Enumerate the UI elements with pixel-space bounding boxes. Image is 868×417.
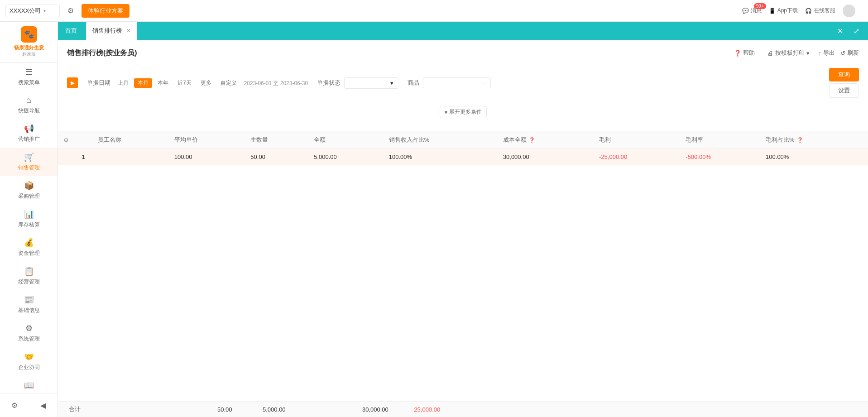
avatar[interactable] xyxy=(843,5,855,17)
date-tab-7days[interactable]: 近7天 xyxy=(174,78,195,88)
sidebar-item-3[interactable]: 🛒销售管理 xyxy=(0,148,58,176)
sidebar-item-5[interactable]: 📊库存核算 xyxy=(0,205,58,233)
col-employee: 员工名称 xyxy=(92,131,169,149)
logo-icon: 🐾 xyxy=(21,26,37,43)
profit-pct-help-icon[interactable]: ❓ xyxy=(797,137,803,143)
table-container: ⚙ 员工名称 平均单价 主数量 全额 销售收入占比% 成本全额 ❓ 毛利 xyxy=(58,131,868,401)
sidebar-nav: ☰搜索菜单⌂快捷导航📢营销推广🛒销售管理📦采购管理📊库存核算💰资金管理📋经营管理… xyxy=(0,62,58,393)
date-filter: 单据日期 上月 本月 本年 近7天 更多 自定义 2023-06-01 至 20… xyxy=(87,78,308,88)
sidebar-item-6[interactable]: 💰资金管理 xyxy=(0,233,58,262)
goods-input[interactable]: ··· xyxy=(423,77,491,88)
sidebar-item-8[interactable]: 📰基础信息 xyxy=(0,290,58,319)
sidebar-item-11[interactable]: 📖新手引导 xyxy=(0,376,58,393)
sidebar-icon-8: 📰 xyxy=(24,295,34,305)
query-button[interactable]: 查询 xyxy=(829,68,859,81)
main-area: 🐾 畅康通好生意 标准版 ☰搜索菜单⌂快捷导航📢营销推广🛒销售管理📦采购管理📊库… xyxy=(0,22,868,417)
filter-row: ▶ 单据日期 上月 本月 本年 近7天 更多 自定义 xyxy=(67,68,859,98)
col-settings[interactable]: ⚙ xyxy=(58,131,74,149)
sidebar-icon-6: 💰 xyxy=(24,238,34,248)
col-cost: 成本全额 ❓ xyxy=(498,131,594,149)
edition-label: 标准版 xyxy=(14,51,44,58)
logo-area: 🐾 畅康通好生意 标准版 xyxy=(0,22,58,62)
sidebar-item-1[interactable]: ⌂快捷导航 xyxy=(0,91,58,119)
tab-home[interactable]: 首页 xyxy=(58,22,84,40)
footer-cost: 30,000.00 xyxy=(362,406,403,413)
row-employee-0 xyxy=(92,149,169,165)
data-table: ⚙ 员工名称 平均单价 主数量 全额 销售收入占比% 成本全额 ❓ 毛利 xyxy=(58,131,868,165)
export-icon: ↑ xyxy=(819,50,822,57)
status-value xyxy=(349,80,388,86)
company-selector[interactable]: XXXXX公司 ▾ xyxy=(5,5,60,17)
date-tab-last-month[interactable]: 上月 xyxy=(114,78,132,88)
sidebar-item-4[interactable]: 📦采购管理 xyxy=(0,176,58,205)
table-row: 1 100.00 50.00 5,000.00 100.00% 30,000.0… xyxy=(58,149,868,165)
sidebar-icon-3: 🛒 xyxy=(24,152,34,162)
row-cost-0: 30,000.00 xyxy=(498,149,594,165)
col-total: 全额 xyxy=(308,131,384,149)
sidebar-item-0[interactable]: ☰搜索菜单 xyxy=(0,62,58,91)
page-title: 销售排行榜(按业务员) xyxy=(67,48,137,58)
date-filter-label: 单据日期 xyxy=(87,79,110,87)
maximize-icon[interactable]: ⤢ xyxy=(850,24,863,37)
page-inner: 销售排行榜(按业务员) ❓ 帮助 🖨 按模板打印 ▾ xyxy=(58,40,868,417)
phone-icon: 📱 xyxy=(769,8,776,14)
sidebar-item-2[interactable]: 📢营销推广 xyxy=(0,119,58,148)
filter-collapse-button[interactable]: ▶ xyxy=(67,77,78,88)
date-tab-more[interactable]: 更多 xyxy=(197,78,215,88)
app-download-button[interactable]: 📱 App下载 xyxy=(769,7,798,14)
collapse-icon[interactable]: ◀ xyxy=(36,398,50,412)
expand-conditions-button[interactable]: ▾ 展开更多条件 xyxy=(440,106,487,118)
row-settings-0 xyxy=(58,149,74,165)
status-select[interactable]: ▾ xyxy=(344,77,398,89)
page-content: 销售排行榜(按业务员) ❓ 帮助 🖨 按模板打印 ▾ xyxy=(58,40,868,417)
top-bar-right: 💬 消息 99+ 📱 App下载 🎧 在线客服 xyxy=(742,5,863,17)
status-filter-label: 单据状态 xyxy=(317,79,340,87)
sidebar-icon-10: 🤝 xyxy=(24,352,34,362)
print-button[interactable]: 🖨 按模板打印 ▾ xyxy=(764,47,813,59)
message-badge: 99+ xyxy=(754,3,766,9)
sidebar-icon-4: 📦 xyxy=(24,181,34,191)
top-bar: XXXXX公司 ▾ ⚙ 体验行业方案 💬 消息 99+ 📱 App下载 🎧 在线… xyxy=(0,0,868,22)
headset-icon: 🎧 xyxy=(805,8,812,14)
goods-value xyxy=(428,80,480,86)
sidebar-item-7[interactable]: 📋经营管理 xyxy=(0,262,58,290)
refresh-button[interactable]: ↺ 刷新 xyxy=(840,49,859,57)
settings-bottom-icon[interactable]: ⚙ xyxy=(7,398,22,412)
sidebar-item-10[interactable]: 🤝企业协同 xyxy=(0,347,58,376)
page-actions: ❓ 帮助 🖨 按模板打印 ▾ ↑ 导出 xyxy=(730,47,859,59)
filter-settings-button[interactable]: 设置 xyxy=(829,83,859,98)
goods-filter: 商品 ··· xyxy=(408,77,491,88)
filter-right-buttons: 查询 设置 xyxy=(829,68,859,98)
expand-row: ▾ 展开更多条件 xyxy=(67,98,859,126)
sidebar-item-9[interactable]: ⚙系统管理 xyxy=(0,319,58,347)
content-area: 首页 销售排行榜 ✕ ✕ ⤢ 销售排行榜(按业务员) xyxy=(58,22,868,417)
online-service-button[interactable]: 🎧 在线客服 xyxy=(805,7,835,14)
row-total-0: 5,000.00 xyxy=(308,149,384,165)
row-profit-pct-0: 100.00% xyxy=(760,149,868,165)
sidebar-icon-7: 📋 xyxy=(24,266,34,276)
export-button[interactable]: ↑ 导出 xyxy=(819,49,835,57)
filter-section: ▶ 单据日期 上月 本月 本年 近7天 更多 自定义 xyxy=(58,63,868,131)
tab-sales-rank[interactable]: 销售排行榜 ✕ xyxy=(86,22,137,40)
settings-icon[interactable]: ⚙ xyxy=(64,5,77,17)
help-button[interactable]: ❓ 帮助 xyxy=(730,47,758,59)
date-range: 2023-06-01 至 2023-06-30 xyxy=(244,80,308,87)
tab-close-icon[interactable]: ✕ xyxy=(126,28,131,34)
cost-help-icon[interactable]: ❓ xyxy=(529,137,535,143)
col-qty: 主数量 xyxy=(245,131,308,149)
sidebar-icon-11: 📖 xyxy=(24,380,34,390)
app-name: 畅康通好生意 xyxy=(14,44,44,51)
print-chevron-icon: ▾ xyxy=(806,50,810,57)
sidebar-icon-2: 📢 xyxy=(24,124,34,134)
message-button[interactable]: 💬 消息 99+ xyxy=(742,7,762,14)
date-tab-this-year[interactable]: 本年 xyxy=(154,78,172,88)
date-tab-custom[interactable]: 自定义 xyxy=(217,78,240,88)
date-tab-this-month[interactable]: 本月 xyxy=(134,78,152,88)
status-filter: 单据状态 ▾ xyxy=(317,77,398,89)
col-sales-pct: 销售收入占比% xyxy=(384,131,498,149)
row-sales-pct-0: 100.00% xyxy=(384,149,498,165)
row-qty-0: 50.00 xyxy=(245,149,308,165)
trial-button[interactable]: 体验行业方案 xyxy=(82,4,129,18)
footer-label: 合计 xyxy=(63,405,100,413)
close-window-icon[interactable]: ✕ xyxy=(834,24,846,37)
